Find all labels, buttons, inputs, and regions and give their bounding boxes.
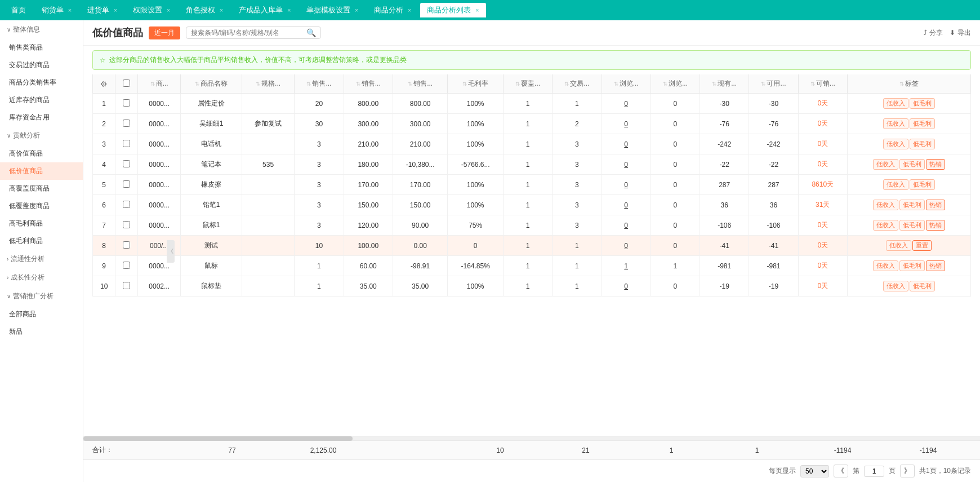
prev-page-button[interactable]: 《 (834, 465, 848, 477)
td-view1: 0 (602, 94, 651, 114)
td-current-stock: -106 (700, 215, 749, 236)
td-view2: 0 (651, 195, 700, 215)
view1-link[interactable]: 0 (624, 120, 628, 128)
view1-link[interactable]: 0 (624, 140, 628, 148)
nav-goods-analysis[interactable]: 商品分析 × (367, 3, 418, 17)
td-sales-amount: 100.00 (344, 236, 393, 256)
tag-badge: 热销 (926, 220, 945, 231)
td-saleable: 31天 (798, 195, 847, 215)
row-checkbox[interactable] (123, 180, 130, 188)
nav-template[interactable]: 单据模板设置 × (300, 3, 365, 17)
td-view2: 1 (651, 256, 700, 276)
sidebar-item-stock-fund[interactable]: 库存资金占用 (0, 109, 83, 126)
nav-home[interactable]: 首页 (5, 3, 33, 17)
nav-permission[interactable]: 权限设置 × (126, 3, 177, 17)
sidebar-item-traded-goods[interactable]: 交易过的商品 (0, 56, 83, 74)
td-coverage: 1 (503, 215, 552, 236)
export-button[interactable]: ⬇ 导出 (950, 28, 971, 38)
sidebar-item-high-coverage[interactable]: 高覆盖度商品 (0, 180, 83, 197)
horizontal-scrollbar[interactable] (83, 436, 980, 440)
view1-link[interactable]: 0 (624, 100, 628, 108)
close-product-in-icon[interactable]: × (287, 7, 291, 14)
td-view1: 0 (602, 276, 651, 297)
tag-badge: 低收入 (883, 139, 908, 149)
td-coverage: 1 (503, 175, 552, 195)
view1-link[interactable]: 0 (624, 222, 628, 229)
page-size-select[interactable]: 50 100 200 (800, 465, 829, 477)
view1-link[interactable]: 0 (624, 161, 628, 169)
td-spec (242, 175, 294, 195)
row-checkbox[interactable] (123, 99, 130, 107)
scrollbar-thumb[interactable] (83, 436, 353, 441)
select-all-checkbox[interactable] (123, 79, 130, 87)
view1-link[interactable]: 0 (624, 282, 628, 290)
close-goods-list-icon[interactable]: × (475, 7, 479, 14)
sidebar-item-category-rate[interactable]: 商品分类销售率 (0, 74, 83, 91)
close-purchase-icon[interactable]: × (114, 7, 117, 14)
section-marketing[interactable]: ∨ 营销推广分析 (0, 287, 83, 306)
view1-link[interactable]: 0 (624, 201, 628, 209)
close-permission-icon[interactable]: × (167, 7, 170, 14)
sidebar-collapse-btn[interactable]: 《 (167, 240, 175, 263)
sidebar-item-all-goods[interactable]: 全部商品 (0, 306, 83, 323)
close-role-icon[interactable]: × (220, 7, 223, 14)
row-checkbox[interactable] (123, 262, 130, 269)
row-checkbox[interactable] (123, 282, 130, 289)
th-current-stock: ⇅现有... (700, 74, 749, 94)
td-view2: 0 (651, 114, 700, 134)
search-input[interactable] (191, 29, 303, 37)
section-contribution[interactable]: ∨ 贡献分析 (0, 126, 83, 145)
settings-icon[interactable]: ⚙ (100, 79, 108, 89)
section-overall[interactable]: ∨ 整体信息 (0, 20, 83, 39)
section-growth[interactable]: › 成长性分析 (0, 268, 83, 287)
tag-badge: 低收入 (873, 159, 898, 170)
next-page-button[interactable]: 》 (900, 465, 915, 477)
sidebar-item-high-value[interactable]: 高价值商品 (0, 145, 83, 162)
footer-trade: 21 (569, 446, 603, 454)
td-tags: 低收入低毛利 (847, 94, 970, 114)
sidebar-item-high-margin[interactable]: 高毛利商品 (0, 215, 83, 232)
view1-link[interactable]: 0 (624, 181, 628, 189)
td-code: 0000... (138, 134, 181, 154)
td-available: -76 (749, 114, 798, 134)
td-view2: 0 (651, 236, 700, 256)
close-goods-analysis-icon[interactable]: × (408, 7, 411, 14)
sidebar-item-new-goods[interactable]: 新品 (0, 323, 83, 341)
sidebar-item-low-margin[interactable]: 低毛利商品 (0, 232, 83, 250)
td-saleable: 0天 (798, 114, 847, 134)
search-icon[interactable]: 🔍 (306, 28, 316, 37)
row-checkbox[interactable] (123, 160, 130, 167)
sidebar-item-sales-goods[interactable]: 销售类商品 (0, 39, 83, 56)
view1-link[interactable]: 1 (624, 262, 628, 270)
close-sales-icon[interactable]: × (68, 7, 72, 14)
sidebar-item-low-value[interactable]: 低价值商品 (0, 162, 83, 180)
row-checkbox[interactable] (123, 241, 130, 249)
nav-sales[interactable]: 销货单 × (35, 3, 78, 17)
sidebar-item-low-coverage[interactable]: 低覆盖度商品 (0, 197, 83, 215)
section-flow[interactable]: › 流通性分析 (0, 250, 83, 268)
tag-badge: 重置 (912, 240, 932, 251)
time-filter-button[interactable]: 近一月 (149, 26, 180, 39)
footer-coverage: 10 (483, 446, 517, 454)
sidebar-item-low-stock[interactable]: 近库存的商品 (0, 91, 83, 109)
row-checkbox[interactable] (123, 221, 130, 228)
td-saleable: 0天 (798, 236, 847, 256)
td-sales-avg: 210.00 (393, 134, 448, 154)
share-button[interactable]: ⤴ 分享 (924, 28, 943, 38)
row-checkbox[interactable] (123, 140, 130, 147)
td-saleable: 0天 (798, 154, 847, 175)
page-number-input[interactable] (864, 466, 884, 477)
nav-product-in[interactable]: 产成品入库单 × (232, 3, 297, 17)
td-coverage: 1 (503, 276, 552, 297)
nav-goods-list[interactable]: 商品分析列表 × (420, 3, 485, 17)
nav-role[interactable]: 角色授权 × (179, 3, 230, 17)
row-checkbox[interactable] (123, 201, 130, 208)
row-checkbox[interactable] (123, 120, 130, 127)
td-sales-avg: -98.91 (393, 256, 448, 276)
td-checkbox (115, 276, 138, 297)
table-row: 9 0000... 鼠标 1 60.00 -98.91 -164.85% 1 1… (93, 256, 971, 276)
td-tags: 低收入低毛利热销 (847, 215, 970, 236)
view1-link[interactable]: 0 (624, 242, 628, 250)
nav-purchase[interactable]: 进货单 × (81, 3, 124, 17)
close-template-icon[interactable]: × (355, 7, 358, 14)
